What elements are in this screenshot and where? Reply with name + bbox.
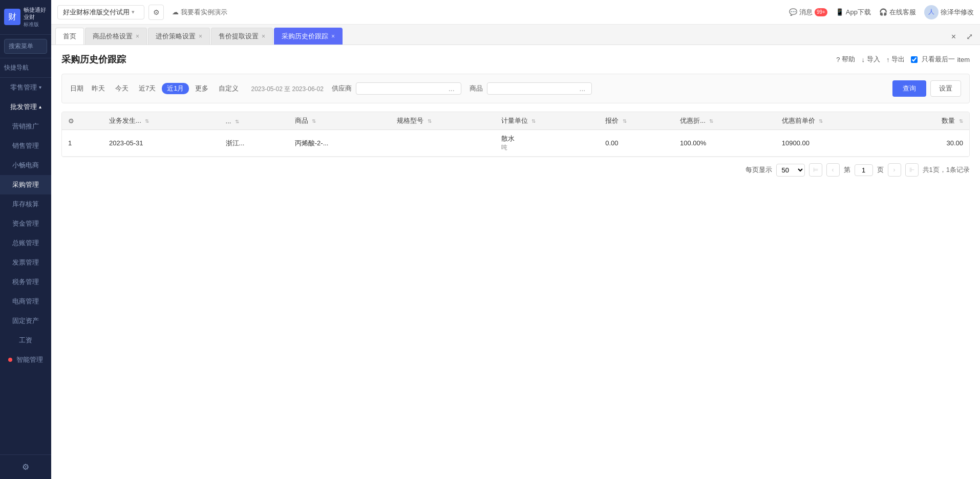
sidebar-item-smart[interactable]: 智能管理: [0, 350, 51, 369]
sidebar-item-tax[interactable]: 税务管理: [0, 272, 51, 292]
sidebar-item-ecommerce-small[interactable]: 小畅电商: [0, 156, 51, 175]
tabs-actions: × ⤢: [946, 29, 980, 45]
goods-dots-button[interactable]: ...: [578, 84, 588, 93]
date-opt-yesterday[interactable]: 昨天: [88, 83, 109, 94]
prev-page-button[interactable]: ‹: [826, 163, 840, 177]
sidebar-item-fixed-assets[interactable]: 固定资产: [0, 311, 51, 331]
col-discount[interactable]: 优惠折... ⇅: [674, 112, 776, 130]
phone-icon: 📱: [836, 8, 844, 16]
col-label: 报价: [605, 117, 619, 124]
tab-goods-price[interactable]: 商品价格设置 ×: [85, 28, 147, 45]
per-page-select[interactable]: 50 10 20 100: [776, 164, 805, 177]
topbar-settings-button[interactable]: ⚙: [148, 5, 164, 20]
date-opt-7days[interactable]: 近7天: [135, 83, 160, 94]
demo-link[interactable]: ☁ 我要看实例演示: [172, 8, 227, 17]
app-download-action[interactable]: 📱 App下载: [836, 8, 871, 17]
sidebar-item-ledger[interactable]: 总账管理: [0, 233, 51, 253]
tab-sale-price[interactable]: 售价提取设置 ×: [211, 28, 273, 45]
goods-input[interactable]: [492, 85, 578, 93]
cell-quantity: 30.00: [894, 130, 969, 157]
query-button[interactable]: 查询: [892, 80, 926, 97]
sidebar-item-label: 税务管理: [12, 278, 39, 286]
sidebar-item-label: 批发管理: [10, 102, 37, 112]
supplier-input[interactable]: [360, 85, 446, 93]
sidebar-item-sales[interactable]: 销售管理: [0, 136, 51, 156]
col-settings: ⚙: [62, 112, 103, 130]
close-icon[interactable]: ×: [262, 33, 265, 40]
red-dot-icon: [8, 358, 12, 362]
col-label: 业务发生...: [109, 117, 141, 124]
cell-unit: 散水 吨: [495, 130, 600, 157]
page-title: 采购历史价跟踪: [61, 53, 126, 66]
tab-close-button[interactable]: ×: [946, 29, 961, 45]
col-business-date[interactable]: 业务发生... ⇅: [103, 112, 220, 130]
only-latest-checkbox[interactable]: [911, 56, 918, 63]
next-page-button[interactable]: ›: [888, 163, 901, 177]
date-opt-custom[interactable]: 自定义: [215, 83, 243, 94]
supplier-dots-button[interactable]: ...: [446, 84, 457, 93]
logo-icon: 财: [4, 9, 20, 25]
export-button[interactable]: ↑ 导出: [886, 55, 905, 64]
data-table-container: ⚙ 业务发生... ⇅ ... ⇅ 商品: [61, 112, 970, 157]
col-label: 商品: [295, 117, 308, 124]
pagination: 每页显示 50 10 20 100 ⊨ ‹ 第 页 › ⊩ 共1页，1条记录: [61, 157, 970, 177]
sidebar-settings-button[interactable]: ⚙: [4, 459, 47, 475]
date-options: 昨天 今天 近7天 近1月 更多 自定义: [88, 83, 243, 94]
date-opt-1month[interactable]: 近1月: [162, 83, 189, 94]
date-filter-label: 日期: [70, 84, 83, 93]
sidebar-item-marketing[interactable]: 营销推广: [0, 117, 51, 136]
close-icon[interactable]: ×: [136, 33, 139, 40]
last-page-button[interactable]: ⊩: [905, 163, 919, 177]
col-price-before-discount[interactable]: 优惠前单价 ⇅: [776, 112, 894, 130]
col-goods[interactable]: 商品 ⇅: [289, 112, 391, 130]
user-profile-action[interactable]: 人 徐泽华修改: [924, 5, 974, 19]
online-service-action[interactable]: 🎧 在线客服: [879, 8, 916, 17]
sidebar-item-payroll[interactable]: 工资: [0, 331, 51, 350]
sort-arrows-icon: ⇅: [235, 119, 239, 124]
sidebar-item-label: 销售管理: [12, 142, 39, 149]
page-number-input[interactable]: [855, 164, 873, 176]
cell-business-date: 2023-05-31: [103, 130, 220, 157]
col-more[interactable]: ... ⇅: [220, 112, 289, 130]
tab-purchase-history[interactable]: 采购历史价跟踪 ×: [274, 28, 343, 45]
date-range-text: 2023-05-02 至 2023-06-02: [251, 85, 323, 94]
date-opt-today[interactable]: 今天: [111, 83, 133, 94]
sidebar-item-inventory[interactable]: 库存核算: [0, 194, 51, 214]
col-label: 优惠折...: [680, 117, 706, 124]
quick-nav-item[interactable]: 快捷导航: [0, 60, 51, 75]
col-unit[interactable]: 计量单位 ⇅: [495, 112, 600, 130]
gear-icon[interactable]: ⚙: [68, 117, 74, 125]
date-opt-more[interactable]: 更多: [191, 83, 212, 94]
only-latest-checkbox-label[interactable]: 只看最后一 item: [911, 55, 970, 64]
col-quantity[interactable]: 数量 ⇅: [894, 112, 969, 130]
sidebar-item-purchase[interactable]: 采购管理: [0, 175, 51, 194]
filter-settings-button[interactable]: 设置: [930, 80, 961, 97]
search-menu-button[interactable]: 搜索菜单: [4, 39, 47, 54]
import-button[interactable]: ↓ 导入: [861, 55, 880, 64]
sidebar-item-ecommerce[interactable]: 电商管理: [0, 292, 51, 311]
sidebar-item-invoice[interactable]: 发票管理: [0, 253, 51, 272]
cloud-icon: ☁: [172, 8, 179, 16]
product-selector[interactable]: 好业财标准版交付试用 ▾: [57, 5, 144, 19]
col-quote[interactable]: 报价 ⇅: [599, 112, 674, 130]
sidebar-item-wholesale[interactable]: 批发管理 ▴: [0, 97, 51, 117]
messages-action[interactable]: 💬 消息 99+: [789, 8, 827, 17]
tab-label: 进价策略设置: [156, 32, 196, 41]
sidebar-item-retail[interactable]: 零售管理 ▾: [0, 78, 51, 97]
messages-badge: 99+: [815, 8, 827, 16]
headset-icon: 🎧: [879, 8, 887, 16]
close-icon[interactable]: ×: [199, 33, 202, 40]
user-avatar: 人: [924, 5, 939, 19]
sidebar-item-label: 工资: [19, 336, 32, 344]
tab-maximize-button[interactable]: ⤢: [961, 29, 978, 45]
page-actions: ? 帮助 ↓ 导入 ↑ 导出 只看最后一 item: [836, 55, 970, 64]
col-spec[interactable]: 规格型号 ⇅: [391, 112, 495, 130]
sidebar-item-finance[interactable]: 资金管理: [0, 214, 51, 233]
per-page-label: 每页显示: [745, 165, 772, 175]
first-page-button[interactable]: ⊨: [809, 163, 822, 177]
tab-purchase-strategy[interactable]: 进价策略设置 ×: [148, 28, 210, 45]
close-icon[interactable]: ×: [331, 33, 335, 40]
sidebar-item-label: 发票管理: [12, 258, 39, 266]
help-button[interactable]: ? 帮助: [836, 55, 855, 64]
tab-home[interactable]: 首页: [55, 28, 84, 45]
